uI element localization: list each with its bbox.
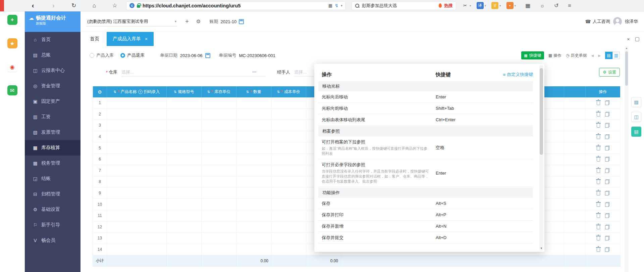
avatar[interactable] bbox=[613, 17, 622, 26]
table-cell[interactable] bbox=[107, 233, 167, 244]
warehouse-picker-icon[interactable]: ⋯ bbox=[252, 70, 257, 75]
table-cell[interactable] bbox=[202, 120, 236, 131]
table-cell[interactable] bbox=[564, 244, 586, 255]
table-cell[interactable] bbox=[202, 222, 236, 233]
delete-row-icon[interactable] bbox=[597, 113, 600, 117]
table-cell[interactable] bbox=[107, 176, 167, 187]
table-cell[interactable] bbox=[564, 233, 586, 244]
tab-home[interactable]: 首页 bbox=[83, 32, 107, 46]
delete-row-icon[interactable] bbox=[597, 203, 600, 207]
sort-icon[interactable]: ⇅ bbox=[174, 90, 176, 94]
copy-row-icon[interactable] bbox=[605, 213, 609, 218]
prev-doc-icon[interactable]: ◀ bbox=[591, 54, 594, 57]
table-cell[interactable] bbox=[236, 244, 271, 255]
table-cell[interactable] bbox=[236, 154, 271, 165]
table-cell[interactable] bbox=[271, 165, 306, 176]
table-cell[interactable] bbox=[564, 142, 586, 153]
copy-row-icon[interactable] bbox=[605, 202, 609, 207]
table-cell[interactable] bbox=[167, 188, 202, 199]
radio-product-return[interactable]: 产品退库 bbox=[120, 52, 145, 58]
tab-product-inbound-doc[interactable]: 产成品入库单 × bbox=[107, 32, 154, 46]
accounting-period[interactable]: 账期 2021-10 bbox=[210, 18, 244, 25]
copy-row-icon[interactable] bbox=[605, 112, 609, 117]
doc-date-value[interactable]: 2023-06-06 bbox=[180, 53, 203, 58]
copy-row-icon[interactable] bbox=[605, 179, 609, 184]
table-cell[interactable] bbox=[236, 176, 271, 187]
shortcut-key-button[interactable]: ▦ 快捷键 bbox=[521, 51, 544, 59]
sort-icon[interactable]: ⇅ bbox=[113, 90, 116, 94]
orange-extension[interactable]: ● ▾ bbox=[506, 2, 516, 9]
table-cell[interactable] bbox=[107, 142, 167, 153]
edge-app-weibo-icon[interactable]: ◉ bbox=[7, 62, 17, 72]
apps-grid-icon[interactable]: ▦ bbox=[525, 2, 530, 9]
column-header-product-name[interactable]: ⇅*产品名称?扫码录入 bbox=[107, 86, 167, 97]
browser-search-box[interactable]: 彭斯参加总统大选 热搜 bbox=[352, 1, 456, 10]
delete-row-icon[interactable] bbox=[597, 237, 600, 240]
delete-row-icon[interactable] bbox=[597, 214, 600, 218]
view-toggle-grid[interactable]: ▤ bbox=[605, 52, 612, 59]
next-doc-icon[interactable]: ▶ bbox=[598, 54, 601, 57]
table-cell[interactable] bbox=[271, 109, 306, 120]
table-cell[interactable] bbox=[167, 97, 202, 108]
consult-link[interactable]: ☎ 人工咨询 bbox=[585, 18, 610, 25]
table-cell[interactable] bbox=[271, 154, 306, 165]
rail-form-button[interactable]: ▤ bbox=[631, 97, 641, 107]
table-cell[interactable] bbox=[202, 109, 236, 120]
table-cell[interactable] bbox=[564, 210, 586, 221]
copy-row-icon[interactable] bbox=[605, 236, 609, 240]
content-close-icon[interactable]: × bbox=[627, 36, 630, 42]
company-selector[interactable]: (勿删勿禁用) 江西服宝测试专用 ▾ bbox=[87, 17, 177, 27]
url-text[interactable]: https://cloud.chanjet.com/accounting/uru… bbox=[143, 3, 326, 8]
sidebar-item-inventory[interactable]: ▦库存核算 bbox=[25, 140, 80, 155]
copy-row-icon[interactable] bbox=[605, 247, 609, 252]
sidebar-item-archive[interactable]: ⊟归档管理 bbox=[25, 186, 80, 202]
back-icon[interactable]: ‹ bbox=[29, 2, 37, 10]
table-cell[interactable] bbox=[564, 131, 586, 142]
search-query[interactable]: 彭斯参加总统大选 bbox=[362, 3, 436, 9]
table-cell[interactable] bbox=[236, 109, 271, 120]
delete-row-icon[interactable] bbox=[597, 124, 600, 128]
copy-row-icon[interactable] bbox=[605, 100, 609, 105]
table-cell[interactable] bbox=[271, 120, 306, 131]
table-cell[interactable] bbox=[202, 154, 236, 165]
table-cell[interactable] bbox=[107, 244, 167, 255]
rail-doc-button[interactable]: ▤ bbox=[631, 127, 641, 137]
copy-row-icon[interactable] bbox=[605, 157, 609, 162]
table-cell[interactable] bbox=[564, 199, 586, 210]
copy-row-icon[interactable] bbox=[605, 123, 609, 128]
table-cell[interactable] bbox=[167, 142, 202, 153]
undo-icon[interactable]: ↺ bbox=[554, 2, 558, 9]
address-dropdown-icon[interactable]: ▾ bbox=[341, 4, 342, 7]
table-cell[interactable] bbox=[107, 210, 167, 221]
table-cell[interactable] bbox=[236, 142, 271, 153]
table-cell[interactable] bbox=[564, 176, 586, 187]
table-cell[interactable] bbox=[107, 222, 167, 233]
table-cell[interactable] bbox=[202, 142, 236, 153]
table-cell[interactable] bbox=[167, 222, 202, 233]
table-cell[interactable] bbox=[167, 154, 202, 165]
table-cell[interactable] bbox=[167, 165, 202, 176]
sort-icon[interactable]: ⇅ bbox=[246, 90, 249, 94]
table-cell[interactable] bbox=[167, 210, 202, 221]
column-header-column-settings[interactable]: ⚙ bbox=[93, 86, 107, 97]
table-cell[interactable] bbox=[167, 244, 202, 255]
username[interactable]: 徐泽华 bbox=[625, 18, 638, 25]
sidebar-item-basic-settings[interactable]: ⚙基础设置 bbox=[25, 202, 80, 217]
sidebar-item-general-ledger[interactable]: ▤总账 bbox=[25, 47, 80, 63]
column-header-stock-unit[interactable]: ⇅*库存单位 bbox=[202, 86, 236, 97]
sort-icon[interactable]: ⇅ bbox=[277, 90, 280, 94]
hot-search-label[interactable]: 热搜 bbox=[444, 3, 453, 9]
copy-row-icon[interactable] bbox=[605, 146, 609, 150]
chevron-down-icon[interactable]: ▾ bbox=[499, 4, 501, 7]
extension-icon[interactable]: ● bbox=[506, 2, 514, 9]
delete-row-icon[interactable] bbox=[597, 248, 600, 252]
browser-home-icon[interactable]: ⌂ bbox=[90, 2, 98, 10]
column-header-spec-model[interactable]: ⇅规格型号 bbox=[167, 86, 202, 97]
table-cell[interactable] bbox=[271, 222, 306, 233]
history-docs-button[interactable]: ◷ 历史单据 bbox=[566, 53, 587, 58]
qr-code-icon[interactable]: ▦ bbox=[328, 3, 332, 8]
table-cell[interactable] bbox=[564, 188, 586, 199]
translate-extension[interactable]: 译 ▾ bbox=[477, 2, 486, 9]
chevron-down-icon[interactable]: ▾ bbox=[515, 4, 516, 7]
sidebar-item-member[interactable]: Ⅴ畅会员 bbox=[25, 233, 80, 248]
